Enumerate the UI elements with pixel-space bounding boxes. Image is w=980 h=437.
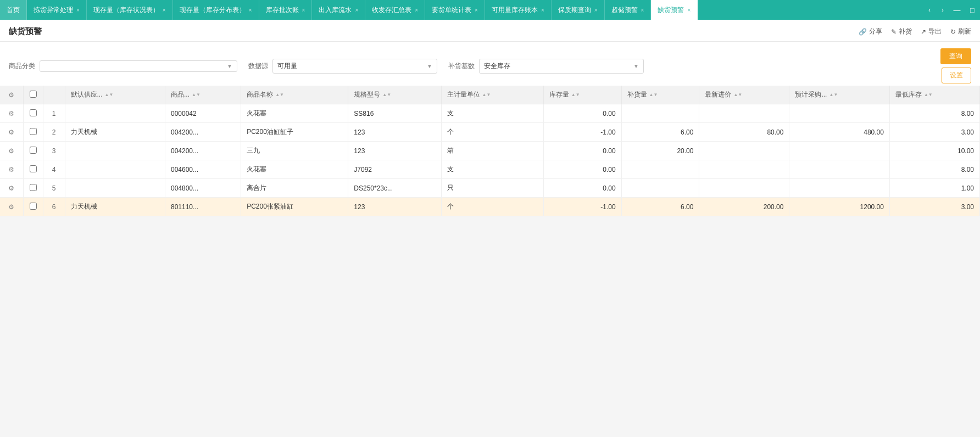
row-checkbox-3[interactable] — [30, 165, 37, 172]
cell-replenish_qty-row0 — [621, 104, 699, 123]
table-row: ⚙4004600...火花塞J7092支0.008.00 — [0, 160, 980, 179]
col-label-product_code: 商品... — [171, 91, 190, 98]
tab-close-3[interactable]: × — [249, 7, 252, 13]
tab-close-5[interactable]: × — [355, 7, 358, 13]
col-header-unit: 主计量单位▲▼ — [441, 86, 543, 104]
tab-5[interactable]: 出入库流水× — [312, 0, 365, 20]
data-source-filter: 数据源 可用量 ▼ — [248, 59, 437, 74]
settings-button[interactable]: 设置 — [942, 68, 971, 83]
row-checkbox-4[interactable] — [30, 184, 37, 191]
refresh-action[interactable]: ↻ 刷新 — [950, 27, 971, 36]
cell-latest_price-row2 — [699, 142, 789, 160]
cell-default_supplier-row3 — [65, 160, 165, 179]
tab-11[interactable]: 缺货预警× — [651, 0, 698, 20]
tab-1[interactable]: 拣货异常处理× — [27, 0, 87, 20]
cell-num-row1: 2 — [43, 123, 65, 142]
tab-close-8[interactable]: × — [541, 7, 544, 13]
tab-7[interactable]: 要货单统计表× — [425, 0, 485, 20]
tab-close-10[interactable]: × — [641, 7, 644, 13]
sort-icon-min_stock[interactable]: ▲▼ — [924, 92, 933, 97]
tab-maximize-btn[interactable]: □ — [965, 6, 980, 14]
row-checkbox-5[interactable] — [30, 203, 37, 210]
replenish-action[interactable]: ✎ 补货 — [891, 27, 912, 36]
cell-check-row1 — [23, 123, 43, 142]
sort-icon-stock[interactable]: ▲▼ — [571, 92, 580, 97]
tab-next-btn[interactable]: › — [936, 6, 949, 14]
row-gear-icon[interactable]: ⚙ — [5, 166, 18, 173]
cell-min_stock-row3: 8.00 — [889, 160, 979, 179]
export-action[interactable]: ↗ 导出 — [921, 27, 942, 36]
select-all-checkbox[interactable] — [30, 91, 37, 98]
sort-icon-unit[interactable]: ▲▼ — [482, 92, 491, 97]
sort-icon-product_code[interactable]: ▲▼ — [192, 92, 201, 97]
col-label-min_stock: 最低库存 — [895, 91, 922, 98]
row-checkbox-1[interactable] — [30, 128, 37, 135]
tab-0[interactable]: 首页 — [0, 0, 27, 20]
row-gear-icon[interactable]: ⚙ — [5, 110, 18, 117]
row-gear-icon[interactable]: ⚙ — [5, 203, 18, 211]
row-gear-icon[interactable]: ⚙ — [5, 184, 18, 192]
tab-close-11[interactable]: × — [687, 7, 691, 13]
row-gear-icon[interactable]: ⚙ — [5, 128, 18, 136]
tab-close-1[interactable]: × — [76, 7, 80, 13]
page-header: 缺货预警 🔗 分享 ✎ 补货 ↗ 导出 ↻ 刷新 — [0, 20, 980, 42]
cell-min_stock-row4: 1.00 — [889, 179, 979, 198]
sort-icon-spec[interactable]: ▲▼ — [382, 92, 391, 97]
data-source-arrow-icon: ▼ — [427, 63, 432, 69]
tab-close-9[interactable]: × — [594, 7, 598, 13]
sort-icon-est_purchase[interactable]: ▲▼ — [829, 92, 838, 97]
tab-8[interactable]: 可用量库存账本× — [485, 0, 552, 20]
tab-prev-btn[interactable]: ‹ — [923, 6, 936, 14]
cell-num-row3: 4 — [43, 160, 65, 179]
gear-settings-icon[interactable]: ⚙ — [5, 91, 18, 99]
cell-product_code-row4: 004800... — [165, 179, 241, 198]
cell-stock-row0: 0.00 — [543, 104, 621, 123]
page-title: 缺货预警 — [9, 26, 42, 37]
tab-3[interactable]: 现存量（库存分布表）× — [173, 0, 259, 20]
tab-close-4[interactable]: × — [302, 7, 305, 13]
tab-label-4: 库存批次账 — [266, 5, 299, 15]
tab-10[interactable]: 超储预警× — [605, 0, 652, 20]
cell-product_code-row0: 0000042 — [165, 104, 241, 123]
sort-icon-replenish_qty[interactable]: ▲▼ — [649, 92, 658, 97]
cell-product_code-row1: 004200... — [165, 123, 241, 142]
row-checkbox-2[interactable] — [30, 147, 37, 154]
share-action[interactable]: 🔗 分享 — [859, 27, 882, 36]
tab-2[interactable]: 现存量（库存状况表）× — [87, 0, 173, 20]
cell-check-row4 — [23, 179, 43, 198]
tab-minimize-btn[interactable]: — — [949, 6, 965, 14]
tab-close-7[interactable]: × — [475, 7, 478, 13]
row-gear-icon[interactable]: ⚙ — [5, 147, 18, 155]
cell-gear-row1: ⚙ — [0, 123, 23, 142]
cell-replenish_qty-row5: 6.00 — [621, 198, 699, 216]
share-icon: 🔗 — [859, 28, 867, 36]
tab-9[interactable]: 保质期查询× — [552, 0, 605, 20]
sort-icon-default_supplier[interactable]: ▲▼ — [105, 92, 114, 97]
sort-icon-product_name[interactable]: ▲▼ — [275, 92, 284, 97]
cell-unit-row4: 只 — [441, 179, 543, 198]
tab-close-6[interactable]: × — [415, 7, 418, 13]
tab-4[interactable]: 库存批次账× — [259, 0, 313, 20]
col-header-min_stock: 最低库存▲▼ — [889, 86, 979, 104]
data-source-select[interactable]: 可用量 ▼ — [272, 59, 437, 74]
col-label-default_supplier: 默认供应... — [71, 91, 103, 98]
cell-check-row3 — [23, 160, 43, 179]
row-checkbox-0[interactable] — [30, 109, 37, 116]
tab-close-2[interactable]: × — [163, 7, 166, 13]
cell-est_purchase-row3 — [789, 160, 889, 179]
replenish-base-select[interactable]: 安全库存 ▼ — [479, 59, 644, 74]
sort-icon-latest_price[interactable]: ▲▼ — [733, 92, 742, 97]
replenish-base-label: 补货基数 — [448, 61, 475, 71]
cell-replenish_qty-row4 — [621, 179, 699, 198]
header-actions: 🔗 分享 ✎ 补货 ↗ 导出 ↻ 刷新 — [859, 27, 971, 36]
tab-bar: 首页拣货异常处理×现存量（库存状况表）×现存量（库存分布表）×库存批次账×出入库… — [0, 0, 980, 20]
tab-6[interactable]: 收发存汇总表× — [365, 0, 425, 20]
cell-unit-row5: 个 — [441, 198, 543, 216]
commodity-class-select[interactable]: ▼ — [40, 60, 237, 72]
cell-gear-row0: ⚙ — [0, 104, 23, 123]
col-header-replenish_qty: 补货量▲▼ — [621, 86, 699, 104]
tab-label-3: 现存量（库存分布表） — [180, 5, 246, 15]
cell-spec-row0: SS816 — [348, 104, 441, 123]
query-button[interactable]: 查询 — [940, 48, 971, 64]
filter-actions: 查询 设置 — [940, 48, 971, 83]
